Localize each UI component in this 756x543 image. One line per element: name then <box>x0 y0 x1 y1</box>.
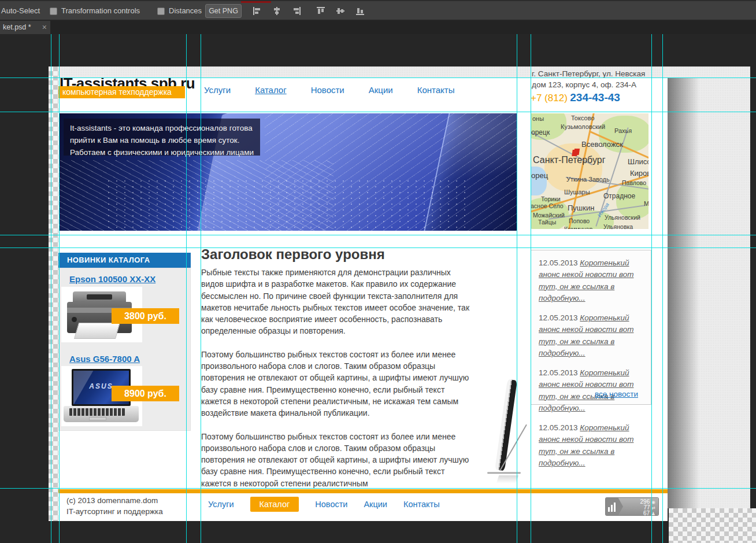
map-place-label: Отрадное <box>603 192 635 200</box>
header-nav-link[interactable]: Акции <box>369 85 393 95</box>
news-date: 12.05.2013 <box>539 258 578 267</box>
news-date: 12.05.2013 <box>539 313 578 322</box>
site-logo-subtitle: компьютерная техподдержка <box>58 86 185 98</box>
get-png-button[interactable]: Get PNG <box>205 4 242 18</box>
transformation-controls-checkbox[interactable] <box>50 8 57 15</box>
map-place-label: орец <box>531 171 548 180</box>
header-nav-link[interactable]: Каталог <box>255 85 287 95</box>
counter-value: 67 <box>643 510 650 516</box>
map-place-label: Пушкин <box>568 204 594 212</box>
distances-checkbox[interactable] <box>157 8 165 15</box>
location-map[interactable]: оныТоксовоКузьмоловскийРахьяорецкВсеволо… <box>531 113 648 229</box>
map-place-label: Всеволожск <box>581 140 623 149</box>
phone-area-code: +7 (812) <box>531 93 568 104</box>
phone-number: +7 (812) 234-43-43 <box>531 91 620 104</box>
copyright-line-1: (c) 2013 domenname.dom <box>66 496 158 505</box>
news-sidebar: 12.05.2013 Коротенький анонс некой новос… <box>531 250 651 405</box>
hero-overlay-text: It-assistants - это команда профессионал… <box>64 119 260 156</box>
map-place-label: Кузьмоловский <box>561 123 605 130</box>
transparency-checkerboard-bottom-right <box>669 508 756 543</box>
article-paragraph: Рыбные тексты также применяются для демо… <box>201 267 470 337</box>
map-place-label: асное Село <box>531 202 564 209</box>
align-bottom-edges-icon[interactable] <box>355 6 365 16</box>
align-right-edges-icon[interactable] <box>291 6 302 16</box>
address-line-1: г. Санкт-Петербург, ул. Невская <box>532 69 645 78</box>
align-top-edges-icon[interactable] <box>316 6 326 16</box>
site-wrapper-shadow <box>668 77 699 508</box>
counter-row: 67 ♟ <box>640 511 655 516</box>
news-item: 12.05.2013 Коротенький анонс некой новос… <box>539 422 644 469</box>
counter-metric-icon: ◉ <box>651 500 655 505</box>
align-vertical-centers-icon[interactable] <box>335 6 346 16</box>
address-line-2: дом 123, корпус 4, оф. 234-А <box>532 80 636 89</box>
page-title: Заголовок первого уровня <box>201 246 385 263</box>
printer-art <box>74 323 120 339</box>
auto-select-label: Auto-Select <box>1 6 40 15</box>
photoshop-workspace: Auto-Select Transformation controls Dist… <box>0 0 756 543</box>
article-body: Рыбные тексты также применяются для демо… <box>201 267 470 501</box>
laptop-art <box>89 417 106 420</box>
header-nav-link[interactable]: Контакты <box>417 85 455 95</box>
copyright-line-2: IT-аутсортинг и поддержка <box>66 507 163 516</box>
document-tab-bar: ket.psd * × <box>0 21 756 34</box>
article-paragraph: Поэтому большинство рыбных текстов состо… <box>201 349 470 419</box>
counter-metric-icon: ⇄ <box>651 505 655 511</box>
price-badge-asus: 8900 руб. <box>112 386 179 401</box>
footer-nav-link[interactable]: Новости <box>315 500 347 509</box>
laptop-art <box>64 406 139 422</box>
map-place-label: Ульяновка <box>603 223 633 229</box>
footer-nav-link[interactable]: Услуги <box>208 500 234 509</box>
counter-chart-icon <box>606 498 623 515</box>
footer-nav-link[interactable]: Каталог <box>250 497 299 512</box>
product-link-epson[interactable]: Epson 100500 XX-XX <box>69 274 155 284</box>
transformation-controls-label: Transformation controls <box>61 6 140 15</box>
map-place-label: Киров <box>630 169 648 178</box>
map-place-label: Тайцы <box>538 219 556 226</box>
price-badge-epson: 3800 руб. <box>112 308 179 324</box>
red-menu-remnant <box>241 1 271 3</box>
transparency-checkerboard-left <box>49 67 58 521</box>
news-date: 12.05.2013 <box>539 368 578 377</box>
tab-close-icon[interactable]: × <box>42 21 47 34</box>
printer-art <box>73 291 126 303</box>
counter-rows: 296 ◉ 77 ⇄ 67 ♟ <box>640 499 655 516</box>
phone-main-number: 234-43-43 <box>570 91 620 104</box>
article-paragraph: Поэтому большинство рыбных текстов состо… <box>201 431 470 489</box>
hero-circuit-dots-art <box>105 178 471 231</box>
monitor-art <box>495 379 517 471</box>
map-place-label: Шушары <box>564 189 590 195</box>
monitor-side-view-image <box>483 375 532 485</box>
news-date: 12.05.2013 <box>539 423 578 432</box>
news-list: 12.05.2013 Коротенький анонс некой новос… <box>539 257 644 477</box>
align-left-edges-icon[interactable] <box>252 6 262 16</box>
header-nav: УслугиКаталогНовостиАкцииКонтакты <box>204 85 454 95</box>
printer-art <box>72 317 77 322</box>
map-place-label: Попово <box>569 217 590 224</box>
footer-nav-link[interactable]: Акции <box>364 500 387 509</box>
footer-nav: УслугиКаталогНовостиАкцииКонтакты <box>208 496 440 512</box>
map-place-label: Можайский <box>533 212 565 219</box>
map-place-label: Коммунар <box>564 226 592 229</box>
all-news-link[interactable]: все новости <box>595 390 638 398</box>
counter-metric-icon: ♟ <box>651 511 655 516</box>
footer-accent-bar <box>58 489 668 493</box>
news-item: 12.05.2013 Коротенький анонс некой новос… <box>539 312 644 359</box>
distances-label: Distances <box>169 6 202 15</box>
laptop-art <box>69 408 125 416</box>
news-item: 12.05.2013 Коротенький анонс некой новос… <box>539 257 644 304</box>
product-link-asus[interactable]: Asus G56-7800 A <box>69 354 140 364</box>
map-place-label: Павлово <box>622 179 646 186</box>
footer-nav-link[interactable]: Контакты <box>403 500 440 509</box>
align-horizontal-centers-icon[interactable] <box>272 6 282 16</box>
catalog-sidebar-header: НОВИНКИ КАТАЛОГА <box>58 253 191 268</box>
visitor-counter-badge[interactable]: 296 ◉ 77 ⇄ 67 ♟ <box>606 498 658 515</box>
map-place-label: Токсово <box>571 114 595 121</box>
map-place-label: оны <box>532 115 544 122</box>
map-labels: оныТоксовоКузьмоловскийРахьяорецкВсеволо… <box>531 113 648 229</box>
document-tab[interactable]: ket.psd * × <box>0 21 50 34</box>
map-place-label: Ульяновский <box>605 214 640 221</box>
header-nav-link[interactable]: Услуги <box>204 85 231 95</box>
header-nav-link[interactable]: Новости <box>311 85 344 95</box>
map-place-label: орецк <box>531 128 550 136</box>
page-background-texture-right <box>668 77 750 508</box>
